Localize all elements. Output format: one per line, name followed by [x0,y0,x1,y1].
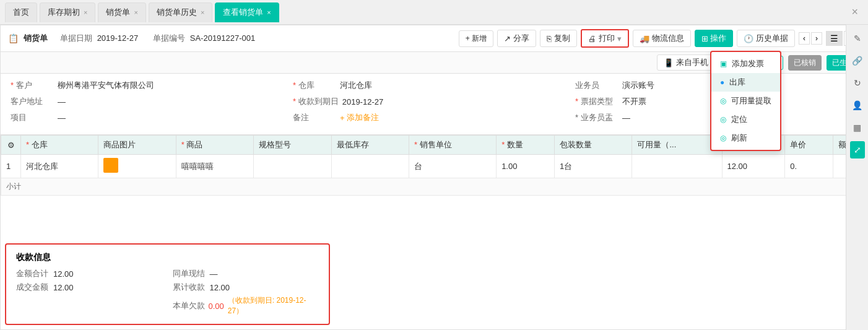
transaction-row: 成交金额 12.00 [16,282,163,293]
tab-sales[interactable]: 销货单 × [98,2,145,22]
tab-inventory[interactable]: 库存期初 × [40,2,95,22]
add-invoice-icon: ▣ [720,59,727,68]
add-note-button[interactable]: + 添加备注 [340,112,379,123]
amount-row: 金额合计 12.00 [16,268,163,279]
cumulative-value: 12.00 [210,283,230,292]
print-button[interactable]: 🖨 打印 ▾ [581,29,629,48]
print-icon: 🖨 [588,34,596,43]
operate-grid-icon: ⊞ [701,34,708,43]
note-field: 备注 + 添加备注 [293,112,575,123]
note-label: 备注 [293,112,336,123]
customer-label: * 客户 [11,80,54,91]
address-field: 客户地址 — [11,96,293,107]
warehouse-label: * 仓库 [293,80,336,91]
outbound-icon: ● [720,78,724,87]
tab-home[interactable]: 首页 [5,2,37,22]
doc-number-meta: 单据编号 SA-20191227-001 [153,33,255,44]
history-button[interactable]: 🕐 历史单据 [737,30,795,47]
tab-view-sales-close[interactable]: × [267,9,271,16]
prev-button[interactable]: ‹ [799,32,810,45]
th-available: 可用量（... [632,136,722,155]
tab-view-sales-label: 查看销货单 [223,7,263,18]
tab-history[interactable]: 销货单历史 × [149,2,212,22]
tab-sales-close[interactable]: × [134,9,137,16]
copy-button[interactable]: ⎘ 复制 [540,30,577,47]
balance-due-note: （收款到期日: 2019-12-27） [228,295,319,316]
tab-view-sales[interactable]: 查看销货单 × [215,2,279,22]
toolbar: 📋 销货单 单据日期 2019-12-27 单据编号 SA-20191227-0… [1,25,867,52]
amount-value: 12.00 [53,269,74,279]
logistics-button[interactable]: 🚚 物流信息 [633,30,691,47]
new-button[interactable]: + 新增 [459,30,493,47]
tab-history-label: 销货单历史 [157,7,197,18]
same-order-row: 同单现结 — [173,268,319,279]
print-label: 打印 [599,33,615,44]
doc-date-meta: 单据日期 2019-12-27 [60,33,138,44]
operate-label: 操作 [710,33,726,44]
next-button[interactable]: › [811,32,822,45]
th-quantity: * 数量 [497,136,555,155]
sidebar-refresh-icon[interactable]: ↻ [850,74,865,92]
nav-arrows: ‹ › [799,32,822,45]
doc-number-value: SA-20191227-001 [190,33,256,43]
refresh-item[interactable]: ◎ 刷新 [711,129,780,147]
row-min-stock [331,155,409,178]
row-spec [254,155,331,178]
quantity-extract-item[interactable]: ◎ 可用量提取 [711,92,780,110]
row-available [632,155,722,178]
list-view-button[interactable]: ☰ [826,31,843,46]
same-order-value: — [210,269,218,279]
share-button[interactable]: ↗ 分享 [497,30,536,47]
tab-history-close[interactable]: × [201,9,204,16]
th-sales-unit: * 销售单位 [409,136,496,155]
locate-item[interactable]: ◎ 定位 [711,110,780,129]
balance-label: 本单欠款 [173,300,205,311]
doc-number-label: 单据编号 [153,33,185,43]
project-value: — [58,113,66,123]
operate-button[interactable]: ⊞ 操作 [695,30,733,47]
address-label: 客户地址 [11,96,54,107]
locate-label: 定位 [731,114,747,125]
sidebar-grid-icon[interactable]: ▦ [849,119,865,136]
due-date-field: * 收款到期日 2019-12-27 [293,96,575,107]
product-image [103,158,118,173]
confirmed-button[interactable]: 已核销 [788,55,822,71]
amount-label: 金额合计 [16,268,48,279]
due-date-label: * 收款到期日 [293,96,339,107]
transaction-label: 成交金额 [16,282,48,293]
cumulative-label: 累计收款 [173,282,205,293]
th-product-img: 商品图片 [98,136,176,155]
copy-icon: ⎘ [547,34,552,43]
staff-label: 业务员 [575,80,618,91]
project-label: 项目 [11,112,54,123]
share-label: 分享 [513,33,529,44]
th-settings[interactable]: ⚙ [1,136,21,155]
locate-icon: ◎ [720,115,726,124]
right-sidebar: ✎ 🔗 ↻ 👤 ▦ ⤢ [846,25,868,330]
address-value: — [58,97,66,106]
sidebar-edit-icon[interactable]: ✎ [850,30,865,47]
doc-date-value: 2019-12-27 [97,33,139,43]
add-note-label: 添加备注 [347,112,379,123]
th-product: * 商品 [176,136,253,155]
history-label: 历史单据 [756,33,788,44]
tab-inventory-close[interactable]: × [84,9,87,16]
customer-value: 柳州粤港平安气体有限公司 [58,80,154,91]
balance-value: 0.00 [209,302,224,311]
quantity-extract-label: 可用量提取 [731,95,771,106]
table-row: 1 河北仓库 嘻嘻嘻嘻 台 1.00 1台 12.00 0. [1,155,867,178]
outbound-item[interactable]: ● 出库 [711,73,780,92]
sidebar-user-icon[interactable]: 👤 [848,97,866,114]
row-warehouse: 河北仓库 [21,155,98,178]
doc-title: 销货单 [24,33,48,44]
share-icon: ↗ [504,34,511,43]
mobile-button[interactable]: 📱 来自手机 [657,54,715,71]
window-close-button[interactable]: × [846,3,863,21]
doc-icon: 📋 [8,33,19,43]
subtotal-label: 小计 [1,178,867,196]
sidebar-link-icon[interactable]: 🔗 [848,52,866,69]
sidebar-expand-icon[interactable]: ⤢ [850,141,865,158]
add-invoice-item[interactable]: ▣ 添加发票 [711,54,780,73]
outbound-label: 出库 [729,77,745,88]
th-pack-qty: 包装数量 [555,136,632,155]
